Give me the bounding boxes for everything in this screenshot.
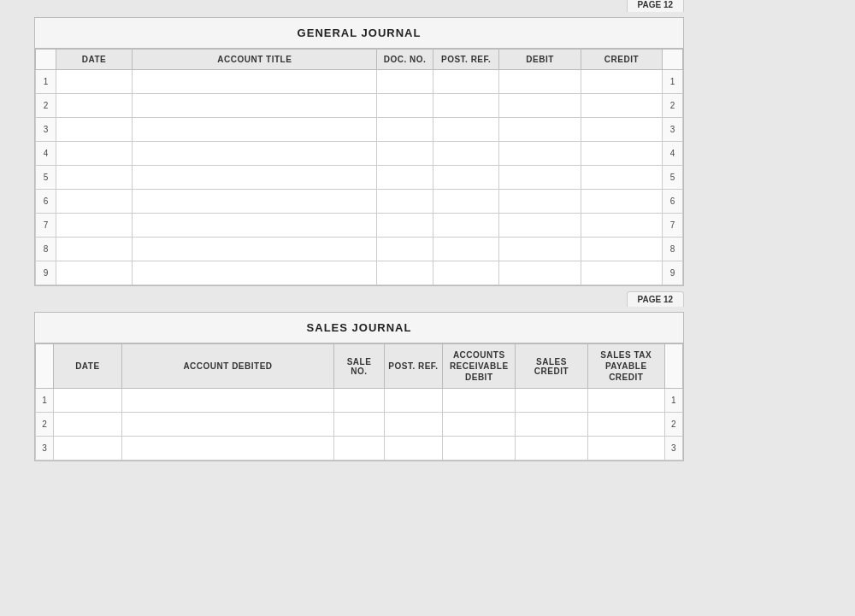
debit-cell	[499, 118, 581, 142]
sj-sale-no-cell	[334, 437, 384, 461]
row-number-left: 4	[36, 142, 56, 166]
date-cell	[56, 261, 132, 285]
sj-col-header-post-ref: POST. REF.	[384, 344, 443, 389]
table-row: 7 7	[36, 214, 683, 238]
col-header-post-ref: POST. REF.	[433, 50, 498, 70]
sj-col-header-ar-debit: ACCOUNTSRECEIVABLEDEBIT	[443, 344, 516, 389]
account-title-cell	[133, 214, 377, 238]
debit-cell	[499, 214, 581, 238]
sales-journal-table: DATE ACCOUNT DEBITED SALE NO. POST. REF.…	[35, 343, 683, 461]
general-journal-wrapper: PAGE 12 GENERAL JOURNAL DATE ACCOUNT TIT…	[34, 17, 684, 286]
sj-account-debited-cell	[121, 389, 334, 413]
sj-row-number-right: 2	[664, 413, 682, 437]
debit-cell	[499, 166, 581, 190]
sj-date-cell	[54, 413, 121, 437]
credit-cell	[581, 261, 662, 285]
sj-sale-no-cell	[334, 413, 384, 437]
account-title-cell	[133, 70, 377, 94]
credit-cell	[581, 214, 662, 238]
credit-cell	[581, 190, 662, 214]
doc-no-cell	[377, 214, 433, 238]
sales-journal-wrapper: PAGE 12 SALES JOURNAL DATE ACCOUNT DEBIT…	[34, 312, 684, 461]
row-number-left: 3	[36, 118, 56, 142]
date-cell	[56, 118, 132, 142]
sj-row-number-left: 3	[36, 437, 54, 461]
sj-tax-credit-cell	[587, 389, 664, 413]
col-header-debit: DEBIT	[499, 50, 581, 70]
sj-col-header-date: DATE	[54, 344, 121, 389]
sj-row-number-right: 1	[664, 389, 682, 413]
credit-cell	[581, 142, 662, 166]
col-header-rownum-left	[36, 50, 56, 70]
credit-cell	[581, 166, 662, 190]
sj-sale-no-cell	[334, 389, 384, 413]
account-title-cell	[133, 261, 377, 285]
doc-no-cell	[377, 94, 433, 118]
sj-date-cell	[54, 437, 121, 461]
sj-row-number-left: 1	[36, 389, 54, 413]
row-number-left: 7	[36, 214, 56, 238]
date-cell	[56, 94, 132, 118]
table-row: 9 9	[36, 261, 683, 285]
sj-col-header-tax-credit: SALES TAXPAYABLECREDIT	[587, 344, 664, 389]
credit-cell	[581, 238, 662, 261]
table-row: 2 2	[36, 94, 683, 118]
sj-post-ref-cell	[384, 389, 443, 413]
date-cell	[56, 70, 132, 94]
post-ref-cell	[433, 142, 498, 166]
account-title-cell	[133, 238, 377, 261]
row-number-right: 5	[663, 166, 683, 190]
sj-ar-debit-cell	[443, 389, 516, 413]
row-number-right: 4	[663, 142, 683, 166]
sj-col-header-rownum-left	[36, 344, 54, 389]
doc-no-cell	[377, 142, 433, 166]
doc-no-cell	[377, 70, 433, 94]
table-row: 3 3	[36, 118, 683, 142]
post-ref-cell	[433, 118, 498, 142]
sj-row-number-right: 3	[664, 437, 682, 461]
sj-account-debited-cell	[121, 413, 334, 437]
table-row: 6 6	[36, 190, 683, 214]
post-ref-cell	[433, 70, 498, 94]
debit-cell	[499, 190, 581, 214]
sj-account-debited-cell	[121, 437, 334, 461]
debit-cell	[499, 94, 581, 118]
sj-col-header-sales-credit: SALES CREDIT	[516, 344, 588, 389]
row-number-right: 9	[663, 261, 683, 285]
sales-journal-title: SALES JOURNAL	[35, 313, 683, 343]
row-number-left: 1	[36, 70, 56, 94]
table-row: 8 8	[36, 238, 683, 261]
account-title-cell	[133, 142, 377, 166]
account-title-cell	[133, 166, 377, 190]
post-ref-cell	[433, 94, 498, 118]
col-header-date: DATE	[56, 50, 132, 70]
sales-journal-page-tab: PAGE 12	[627, 291, 685, 307]
row-number-left: 6	[36, 190, 56, 214]
sales-journal-container: SALES JOURNAL DATE ACCOUNT DEBITED SALE …	[34, 312, 684, 461]
row-number-right: 8	[663, 238, 683, 261]
sj-ar-debit-cell	[443, 437, 516, 461]
post-ref-cell	[433, 261, 498, 285]
sj-post-ref-cell	[384, 413, 443, 437]
sj-ar-debit-cell	[443, 413, 516, 437]
account-title-cell	[133, 94, 377, 118]
general-journal-title: GENERAL JOURNAL	[35, 18, 683, 49]
credit-cell	[581, 94, 662, 118]
date-cell	[56, 142, 132, 166]
sj-sales-credit-cell	[516, 437, 588, 461]
debit-cell	[499, 261, 581, 285]
doc-no-cell	[377, 238, 433, 261]
sj-tax-credit-cell	[587, 437, 664, 461]
account-title-cell	[133, 190, 377, 214]
doc-no-cell	[377, 118, 433, 142]
date-cell	[56, 214, 132, 238]
account-title-cell	[133, 118, 377, 142]
debit-cell	[499, 70, 581, 94]
doc-no-cell	[377, 166, 433, 190]
table-row: 1 1	[36, 70, 683, 94]
credit-cell	[581, 70, 662, 94]
sj-col-header-rownum-right	[664, 344, 682, 389]
sj-col-header-account-debited: ACCOUNT DEBITED	[121, 344, 334, 389]
credit-cell	[581, 118, 662, 142]
post-ref-cell	[433, 190, 498, 214]
